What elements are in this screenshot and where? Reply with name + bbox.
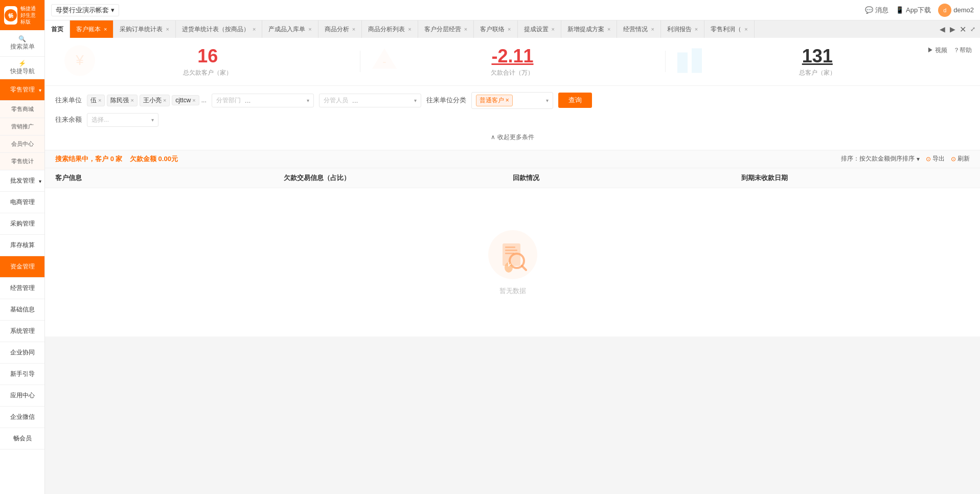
filter-dept-dropdown[interactable]: 分管部门 ... ▾ xyxy=(212,94,314,107)
sort-dropdown[interactable]: 排序：按欠款金额倒序排序 ▾ xyxy=(841,154,920,163)
query-result-unit: 家 xyxy=(116,155,122,163)
export-btn[interactable]: ⊙ 导出 xyxy=(926,154,945,163)
sidebar-item-enterprise-collab[interactable]: 企业协同 xyxy=(0,342,44,364)
tab-expand[interactable]: ⤢ xyxy=(968,20,978,38)
tab-close-icon[interactable]: × xyxy=(552,26,555,32)
tab-close-icon[interactable]: × xyxy=(508,26,511,32)
filter-person-dots[interactable]: ... xyxy=(350,96,360,104)
tab-close-icon[interactable]: × xyxy=(695,26,698,32)
app-download-btn[interactable]: 📱 App下载 xyxy=(896,6,931,15)
help-btn[interactable]: ？帮助 xyxy=(953,46,972,55)
filter-tag-close-chen[interactable]: × xyxy=(130,97,133,103)
tab-close-icon[interactable]: × xyxy=(408,26,411,32)
sidebar-item-marketing[interactable]: 营销推广 xyxy=(0,118,44,136)
user-avatar-btn[interactable]: d demo2 xyxy=(938,4,974,17)
sidebar-logo[interactable]: 畅 畅捷通好生意 标版 xyxy=(0,0,44,30)
stat-bg-minus-icon: - xyxy=(368,44,401,79)
tab-label: 客户分层经营 xyxy=(424,25,461,34)
filter-balance-dropdown[interactable]: 选择... ▾ xyxy=(87,113,158,127)
filter-tag-close-cjttcw[interactable]: × xyxy=(192,97,195,103)
tab-customer-account[interactable]: 客户账本 × xyxy=(70,20,113,38)
message-icon: 💬 xyxy=(865,6,873,14)
tab-close-icon[interactable]: × xyxy=(166,26,169,32)
tab-product-analysis-list[interactable]: 商品分析列表 × xyxy=(362,20,418,38)
sidebar-item-finance[interactable]: 资金管理 xyxy=(0,256,44,278)
tab-label: 采购订单统计表 xyxy=(120,25,163,34)
tab-inbound-stats[interactable]: 进货单统计表（按商品） × xyxy=(176,20,262,38)
tab-next-arrow[interactable]: ▶ xyxy=(947,20,958,38)
sidebar-item-retail-mall[interactable]: 零售商城 xyxy=(0,101,44,118)
tab-close-icon[interactable]: × xyxy=(104,26,107,32)
filter-tag-wang[interactable]: 王小亮 × xyxy=(140,95,170,106)
sidebar-item-retail-stats[interactable]: 零售统计 xyxy=(0,153,44,170)
sidebar-item-app-center[interactable]: 应用中心 xyxy=(0,385,44,407)
sidebar-item-beginner[interactable]: 新手引导 xyxy=(0,364,44,385)
query-debt-amount: 0.00元 xyxy=(158,155,178,163)
stat-number-customers: 16 xyxy=(197,46,218,66)
category-tag-close[interactable]: × xyxy=(506,97,509,104)
tab-label: 客户联络 xyxy=(480,25,505,34)
category-tag-text: 普通客户 xyxy=(480,96,504,105)
tab-close-icon[interactable]: × xyxy=(607,26,610,32)
refresh-btn[interactable]: ⊙ 刷新 xyxy=(951,154,970,163)
filter-tag-close-wang[interactable]: × xyxy=(163,97,166,103)
sidebar-item-operations[interactable]: 经营管理 xyxy=(0,278,44,299)
filter-balance-placeholder: 选择... xyxy=(92,116,109,124)
tab-business[interactable]: 经营情况 × xyxy=(617,20,660,38)
tab-customer-contact[interactable]: 客户联络 × xyxy=(474,20,517,38)
tab-close-icon[interactable]: × xyxy=(253,26,256,32)
query-result-count: 0 xyxy=(110,155,114,163)
tab-prev-arrow[interactable]: ◀ xyxy=(937,20,947,38)
tab-purchase-order[interactable]: 采购订单统计表 × xyxy=(113,20,175,38)
tab-product-inbound[interactable]: 产成品入库单 × xyxy=(262,20,318,38)
filter-tag-more[interactable]: ... xyxy=(201,97,207,104)
filter-dept-dots[interactable]: ... xyxy=(243,96,253,104)
sidebar-item-retail[interactable]: 零售管理 xyxy=(0,79,44,101)
tab-close-icon[interactable]: × xyxy=(308,26,311,32)
chevron-up-icon: ∧ xyxy=(491,133,495,141)
account-selector[interactable]: 母婴行业演示帐套 ▾ xyxy=(51,4,119,16)
th-due-date: 到期未收款日期 xyxy=(741,173,970,183)
filter-tag-cjttcw[interactable]: cjttcw × xyxy=(172,95,199,105)
tab-product-analysis[interactable]: 商品分析 × xyxy=(318,20,362,38)
tab-customer-tier[interactable]: 客户分层经营 × xyxy=(418,20,474,38)
sidebar-item-ecommerce[interactable]: 电商管理 xyxy=(0,192,44,213)
sidebar-item-inventory[interactable]: 库存核算 xyxy=(0,235,44,256)
refresh-icon: ⊙ xyxy=(951,155,956,163)
tab-close-icon[interactable]: × xyxy=(464,26,467,32)
sidebar-item-basic-info[interactable]: 基础信息 xyxy=(0,299,44,321)
filter-selected-category[interactable]: 普通客户 × xyxy=(476,95,513,106)
sidebar-item-search[interactable]: 🔍 搜索菜单 xyxy=(0,30,44,57)
sidebar-item-wholesale[interactable]: 批发管理 xyxy=(0,170,44,192)
tab-close-icon[interactable]: × xyxy=(352,26,355,32)
filter-tag-wu[interactable]: 伍 × xyxy=(87,95,105,106)
filter-person-dropdown[interactable]: 分管人员 ... ▾ xyxy=(319,94,421,107)
chevron-down-icon: ▾ xyxy=(111,6,115,14)
tab-close-icon[interactable]: × xyxy=(744,26,747,32)
tab-close-icon[interactable]: × xyxy=(651,26,654,32)
sidebar-item-vip[interactable]: 畅会员 xyxy=(0,428,44,450)
sidebar-item-enterprise-wechat[interactable]: 企业微信 xyxy=(0,407,44,428)
filter-tag-close-wu[interactable]: × xyxy=(98,97,101,103)
sidebar-item-quicknav[interactable]: ⚡ 快捷导航 xyxy=(0,57,44,79)
stat-total-all-customers: 131 总客户（家） xyxy=(665,46,970,77)
export-icon: ⊙ xyxy=(926,155,931,163)
sidebar-item-purchase[interactable]: 采购管理 xyxy=(0,213,44,235)
tab-commission-settings[interactable]: 提成设置 × xyxy=(518,20,561,38)
tab-label: 商品分析列表 xyxy=(368,25,405,34)
th-debt-info: 欠款交易信息（占比） xyxy=(284,173,512,183)
tab-close-all[interactable]: ✕ xyxy=(958,20,968,38)
tab-new-commission[interactable]: 新增提成方案 × xyxy=(561,20,617,38)
sidebar-item-system[interactable]: 系统管理 xyxy=(0,321,44,342)
tab-profit-report[interactable]: 利润报告 × xyxy=(661,20,704,38)
tab-retail-profit[interactable]: 零售利润（ × xyxy=(704,20,754,38)
sidebar-item-member-center[interactable]: 会员中心 xyxy=(0,136,44,153)
filter-category-dropdown[interactable]: 普通客户 × ▾ xyxy=(471,92,553,109)
tab-home[interactable]: 首页 xyxy=(45,20,70,38)
filter-tag-chen[interactable]: 陈民强 × xyxy=(107,95,137,106)
query-button[interactable]: 查询 xyxy=(558,93,592,108)
tab-label: 提成设置 xyxy=(524,25,549,34)
message-btn[interactable]: 💬 消息 xyxy=(865,6,888,15)
video-help-btn[interactable]: ▶ 视频 xyxy=(927,46,947,55)
filter-collapse-btn[interactable]: ∧ 收起更多条件 xyxy=(55,131,970,144)
